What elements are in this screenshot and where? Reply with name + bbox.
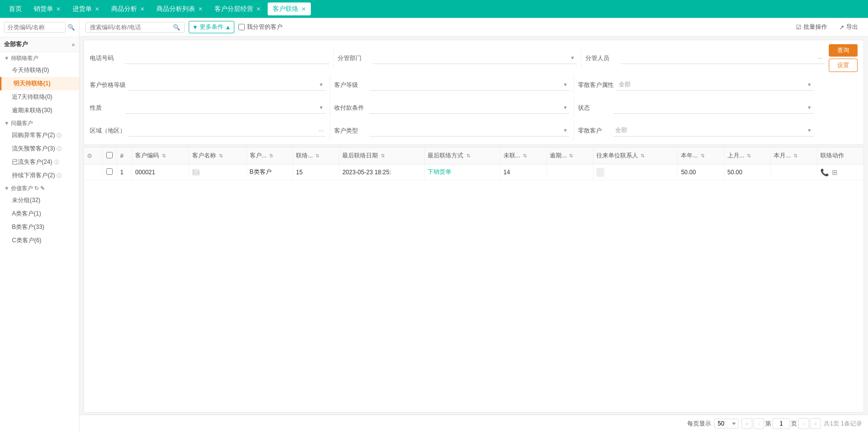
nav-home[interactable]: 首页: [4, 2, 27, 15]
sidebar-item-churned[interactable]: 已流失客户(24) ⓘ: [0, 155, 79, 169]
close-customer-contact-icon[interactable]: ✕: [301, 6, 306, 12]
page-input[interactable]: [772, 418, 790, 429]
nav-product-analysis-list[interactable]: 商品分析列表 ✕: [151, 2, 208, 15]
col-name-header[interactable]: 客户名称 ⇅: [189, 147, 246, 164]
collapse-sidebar-icon[interactable]: «: [72, 41, 75, 48]
next-page-btn[interactable]: ›: [798, 418, 809, 429]
filter-nature-select[interactable]: ▼: [125, 102, 326, 114]
region-ellipsis-icon[interactable]: ···: [319, 127, 324, 134]
page-size-select[interactable]: 50 10 20 100: [714, 419, 738, 429]
filter-phone-label: 电话号码: [90, 54, 122, 63]
filter-price-grade-select[interactable]: ▼: [129, 79, 326, 91]
filter-btn[interactable]: ▼ 更多条件 ▲: [189, 21, 234, 33]
prev-page-btn[interactable]: ‹: [753, 418, 764, 429]
grid-icon[interactable]: ⊞: [832, 168, 838, 176]
my-customers-checkbox[interactable]: [238, 24, 245, 30]
close-customer-tier-icon[interactable]: ✕: [256, 6, 261, 12]
status-chevron-icon: ▼: [807, 105, 812, 110]
filter-status-select[interactable]: ▼: [613, 102, 814, 114]
filter-customer-grade-select[interactable]: ▼: [369, 79, 570, 91]
nav-customer-contact[interactable]: 客户联络 ✕: [268, 2, 311, 15]
sidebar-item-overdue-contact[interactable]: 逾期未联络(30): [0, 104, 79, 117]
sidebar-item-abnormal-repurchase[interactable]: 回购异常客户(2) ⓘ: [0, 129, 79, 142]
row-contacts: 15: [293, 164, 339, 180]
first-page-btn[interactable]: «: [741, 418, 752, 429]
sidebar-item-ungrouped[interactable]: 未分组(32): [0, 194, 79, 207]
filter-phone: 电话号码: [90, 52, 329, 64]
sidebar-search-input[interactable]: [4, 22, 66, 33]
close-purchase-order-icon[interactable]: ✕: [95, 6, 99, 12]
settings-button[interactable]: 设置: [829, 59, 858, 72]
filter-payment-select[interactable]: ▼: [369, 102, 570, 114]
filter-customer-grade: 客户等级 ▼: [334, 79, 570, 91]
col-contacts-header[interactable]: 联络... ⇅: [293, 147, 339, 164]
last-page-btn[interactable]: »: [810, 418, 821, 429]
filter-status-label: 状态: [578, 104, 610, 112]
nav-product-analysis[interactable]: 商品分析 ✕: [106, 2, 149, 15]
col-type-header[interactable]: 客户... ⇅: [246, 147, 292, 164]
col-code-header[interactable]: 客户编码 ⇅: [132, 147, 189, 164]
col-last-month-header[interactable]: 上月... ⇅: [724, 147, 770, 164]
last-contact-way-link[interactable]: 下销货单: [428, 168, 451, 175]
search-input[interactable]: [90, 24, 173, 31]
nav-purchase-order[interactable]: 进货单 ✕: [68, 2, 104, 15]
select-all-checkbox[interactable]: [106, 152, 113, 158]
filter-retail-attr-select[interactable]: 全部 ▼: [617, 79, 814, 91]
filter-row-1: 电话号码 分管部门 ▼ 分管人员 ···: [90, 44, 858, 72]
sidebar-search-wrap: 🔍: [0, 18, 79, 37]
pagination-nav: « ‹ 第 页 › »: [741, 418, 821, 429]
row-name: Ea: [189, 164, 246, 180]
close-sales-order-icon[interactable]: ✕: [56, 6, 61, 12]
col-overdue-header[interactable]: 逾期... ⇅: [547, 147, 593, 164]
filter-region-select[interactable]: ···: [129, 125, 326, 137]
sidebar-item-churn-warning[interactable]: 流失预警客户(3) ⓘ: [0, 142, 79, 155]
col-uncontacted-header[interactable]: 未联... ⇅: [500, 147, 546, 164]
col-this-year-header[interactable]: 本年... ⇅: [678, 147, 724, 164]
row-select-checkbox[interactable]: [106, 168, 113, 175]
close-product-analysis-list-icon[interactable]: ✕: [198, 6, 203, 12]
filter-phone-input[interactable]: [125, 52, 329, 64]
nav-customer-tier[interactable]: 客户分层经营 ✕: [210, 2, 266, 15]
sidebar-item-today-contact[interactable]: 今天待联络(0): [0, 64, 79, 77]
row-index: 1: [117, 164, 132, 180]
retail-attr-chevron-icon: ▼: [807, 82, 812, 87]
col-last-contact-date-header[interactable]: 最后联络日期 ⇅: [339, 147, 425, 164]
row-last-contact-way[interactable]: 下销货单: [425, 164, 500, 180]
filter-customer-type-select[interactable]: ▼: [369, 125, 570, 137]
col-last-contact-way-header[interactable]: 最后联络方式 ⇅: [425, 147, 500, 164]
sidebar-item-tomorrow-contact[interactable]: 明天待联络(1): [0, 77, 79, 90]
sidebar-item-class-a[interactable]: A类客户(1): [0, 207, 79, 220]
filter-nature-label: 性质: [90, 104, 122, 112]
col-settings-header[interactable]: ⚙: [84, 147, 102, 164]
filter-customer-type-label: 客户类型: [334, 127, 366, 135]
filter-actions: 查询 设置: [829, 44, 858, 72]
sidebar-item-declining[interactable]: 持续下滑客户(2) ⓘ: [0, 169, 79, 182]
filter-person-select[interactable]: ···: [621, 52, 825, 64]
batch-op-btn[interactable]: ☑ 批量操作: [792, 21, 831, 33]
sidebar-search-icon[interactable]: 🔍: [68, 24, 75, 31]
filter-dept-select[interactable]: ▼: [373, 52, 577, 64]
row-unit-contact: [593, 164, 678, 180]
sidebar-item-class-b[interactable]: B类客户(33): [0, 220, 79, 234]
person-ellipsis-icon[interactable]: ···: [818, 55, 823, 62]
col-unit-contact-header[interactable]: 往来单位联系人 ⇅: [593, 147, 678, 164]
query-button[interactable]: 查询: [829, 44, 858, 57]
col-this-month-header[interactable]: 本月... ⇅: [771, 147, 817, 164]
sidebar-item-class-c[interactable]: C类客户(6): [0, 234, 79, 247]
filter-person-label: 分管人员: [585, 54, 618, 63]
export-btn[interactable]: ↗ 导出: [835, 21, 862, 33]
sidebar-item-7days-contact[interactable]: 近7天待联络(0): [0, 90, 79, 104]
customer-grade-chevron-icon: ▼: [563, 82, 568, 87]
filter-nature: 性质 ▼: [90, 102, 326, 114]
phone-icon[interactable]: 📞: [820, 168, 829, 176]
all-customers-header[interactable]: 全部客户 «: [0, 37, 79, 52]
filter-retail-customer-select[interactable]: 全部 ▼: [613, 125, 814, 137]
row-code: 000021: [132, 164, 189, 180]
filter-price-grade-label: 客户价格等级: [90, 81, 126, 89]
payment-chevron-icon: ▼: [563, 105, 568, 110]
nav-sales-order[interactable]: 销货单 ✕: [29, 2, 66, 15]
search-icon[interactable]: 🔍: [173, 24, 180, 31]
top-nav: 首页 销货单 ✕ 进货单 ✕ 商品分析 ✕ 商品分析列表 ✕ 客户分层经营 ✕ …: [0, 0, 868, 18]
close-product-analysis-icon[interactable]: ✕: [140, 6, 145, 12]
page-size-label: 每页显示: [687, 420, 711, 428]
